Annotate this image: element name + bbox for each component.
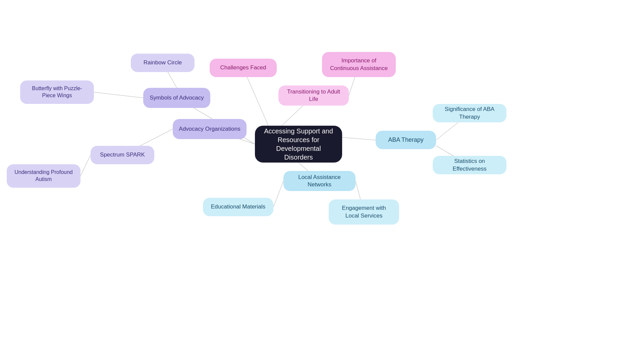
rainbow-circle-node: Rainbow Circle	[131, 54, 195, 72]
engagement-local-node: Engagement with Local Services	[329, 199, 399, 225]
svg-line-9	[342, 137, 376, 140]
transitioning-adult-node: Transitioning to Adult Life	[278, 85, 349, 106]
butterfly-puzzle-node: Butterfly with Puzzle-Piece Wings	[20, 80, 94, 104]
aba-therapy-node: ABA Therapy	[376, 131, 436, 149]
advocacy-organizations-node: Advocacy Organizations	[173, 119, 247, 139]
symbols-of-advocacy-node: Symbols of Advocacy	[143, 88, 210, 108]
significance-aba-node: Significance of ABA Therapy	[433, 104, 506, 122]
local-assistance-node: Local Assistance Networks	[283, 171, 356, 191]
educational-materials-node: Educational Materials	[203, 198, 273, 216]
center-node: Accessing Support and Resources for Deve…	[255, 126, 342, 163]
svg-line-3	[94, 92, 143, 98]
spectrum-spark-node: Spectrum SPARK	[91, 146, 154, 164]
svg-line-5	[80, 155, 91, 176]
importance-continuous-node: Importance of Continuous Assistance	[322, 52, 396, 77]
statistics-effectiveness-node: Statistics on Effectiveness	[433, 156, 506, 174]
svg-line-13	[273, 181, 283, 207]
challenges-faced-node: Challenges Faced	[210, 59, 277, 77]
understanding-profound-node: Understanding Profound Autism	[7, 164, 80, 188]
